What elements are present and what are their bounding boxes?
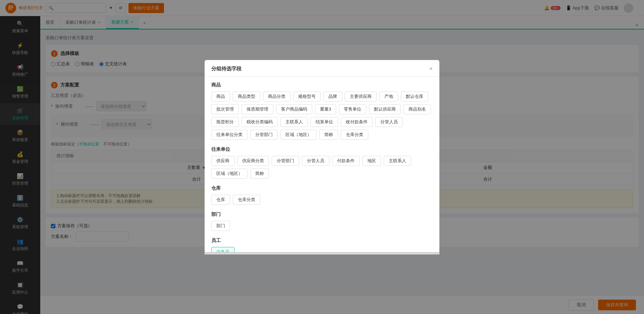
field-tag[interactable]: 批次管理 bbox=[211, 104, 239, 114]
field-group-仓库: 仓库仓库仓库分类 bbox=[211, 185, 433, 205]
field-tag[interactable]: 品牌 bbox=[323, 91, 342, 102]
field-tag[interactable]: 主要供应商 bbox=[345, 91, 377, 102]
field-group-title: 仓库 bbox=[211, 185, 433, 191]
modal-body[interactable]: 商品商品商品类型商品分类规格型号品牌主要供应商产地默认仓库批次管理保质期管理客户… bbox=[205, 77, 439, 252]
field-tags: 部门 bbox=[211, 221, 433, 231]
field-tag[interactable]: 主联系人 bbox=[280, 117, 308, 127]
modal-close-button[interactable]: × bbox=[429, 65, 433, 72]
field-tag[interactable]: 付款条件 bbox=[332, 156, 360, 166]
field-tag[interactable]: 区域（地区） bbox=[280, 130, 317, 140]
field-tag[interactable]: 商品分类 bbox=[263, 91, 290, 102]
field-tag[interactable]: 拣货积分 bbox=[211, 117, 239, 127]
field-tag[interactable]: 供应商分类 bbox=[237, 156, 269, 166]
field-tag[interactable]: 简称 bbox=[319, 130, 338, 140]
field-tag[interactable]: 分管人员 bbox=[302, 156, 329, 166]
modal-overlay: 分组待选字段 × 商品商品商品类型商品分类规格型号品牌主要供应商产地默认仓库批次… bbox=[0, 0, 644, 314]
field-tag[interactable]: 往来单位分类 bbox=[211, 130, 248, 140]
field-tag[interactable]: 部门 bbox=[211, 221, 230, 231]
field-tag[interactable]: 税收分类编码 bbox=[241, 117, 278, 127]
field-group-部门: 部门部门 bbox=[211, 211, 433, 231]
field-tag[interactable]: 业务员 bbox=[211, 247, 234, 252]
field-tag[interactable]: 仓库 bbox=[211, 195, 230, 205]
field-tag[interactable]: 分管部门 bbox=[250, 130, 278, 140]
field-tag[interactable]: 商品类型 bbox=[233, 91, 260, 102]
field-group-title: 往来单位 bbox=[211, 146, 433, 152]
field-tags: 供应商供应商分类分管部门分管人员付款条件地区主联系人区域（地区）简称 bbox=[211, 156, 433, 179]
field-tag[interactable]: 收付款条件 bbox=[341, 117, 373, 127]
modal-scrollbar-thumb bbox=[205, 252, 439, 254]
field-tag[interactable]: 商品 bbox=[211, 91, 230, 102]
field-tag[interactable]: 分管部门 bbox=[272, 156, 299, 166]
field-tag[interactable]: 地区 bbox=[362, 156, 381, 166]
field-tags: 业务员 bbox=[211, 247, 433, 252]
field-tag[interactable]: 供应商 bbox=[211, 156, 234, 166]
field-tag[interactable]: 商品别名 bbox=[404, 104, 431, 114]
field-tag[interactable]: 产地 bbox=[379, 91, 398, 102]
field-tag[interactable]: 重量3 bbox=[315, 104, 336, 114]
field-group-title: 员工 bbox=[211, 238, 433, 244]
modal-title: 分组待选字段 bbox=[211, 66, 241, 72]
field-tag[interactable]: 仓库分类 bbox=[233, 195, 260, 205]
field-tag[interactable]: 区域（地区） bbox=[211, 169, 248, 179]
field-group-title: 部门 bbox=[211, 211, 433, 217]
field-tags: 商品商品类型商品分类规格型号品牌主要供应商产地默认仓库批次管理保质期管理客户商品… bbox=[211, 91, 433, 140]
modal-header: 分组待选字段 × bbox=[205, 60, 439, 77]
field-group-员工: 员工业务员 bbox=[211, 238, 433, 252]
field-tag[interactable]: 简称 bbox=[250, 169, 269, 179]
field-tag[interactable]: 仓库分类 bbox=[341, 130, 368, 140]
field-group-商品: 商品商品商品类型商品分类规格型号品牌主要供应商产地默认仓库批次管理保质期管理客户… bbox=[211, 82, 433, 140]
field-tag[interactable]: 保质期管理 bbox=[241, 104, 273, 114]
field-tag[interactable]: 结算单位 bbox=[311, 117, 338, 127]
field-tag[interactable]: 默认仓库 bbox=[401, 91, 428, 102]
modal: 分组待选字段 × 商品商品商品类型商品分类规格型号品牌主要供应商产地默认仓库批次… bbox=[205, 60, 439, 254]
field-tag[interactable]: 规格型号 bbox=[293, 91, 321, 102]
field-tag[interactable]: 客户商品编码 bbox=[276, 104, 312, 114]
modal-bottom-scrollbar[interactable] bbox=[205, 252, 439, 254]
field-tag[interactable]: 默认供应商 bbox=[369, 104, 401, 114]
field-group-title: 商品 bbox=[211, 82, 433, 88]
field-tag[interactable]: 零售单位 bbox=[339, 104, 366, 114]
field-tags: 仓库仓库分类 bbox=[211, 195, 433, 205]
field-group-往来单位: 往来单位供应商供应商分类分管部门分管人员付款条件地区主联系人区域（地区）简称 bbox=[211, 146, 433, 179]
field-tag[interactable]: 分管人员 bbox=[375, 117, 403, 127]
field-tag[interactable]: 主联系人 bbox=[384, 156, 411, 166]
